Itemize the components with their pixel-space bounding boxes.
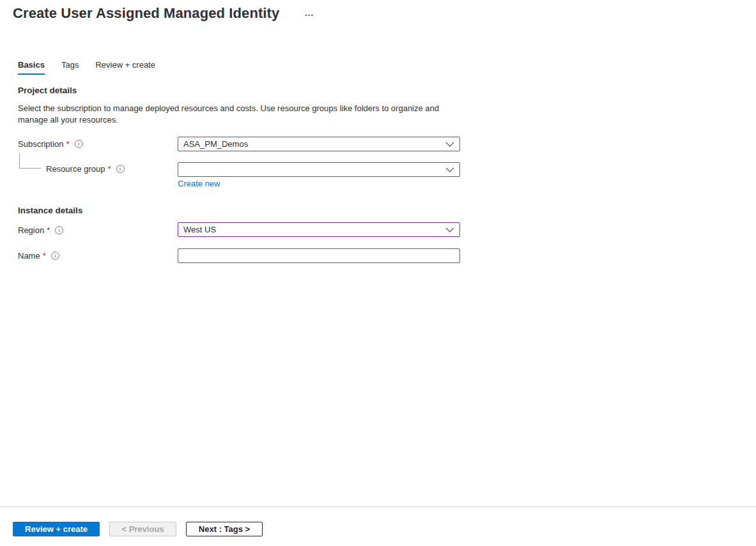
- indent-connector-horizontal: [19, 168, 41, 169]
- review-create-button[interactable]: Review + create: [13, 522, 100, 536]
- tab-basics[interactable]: Basics: [18, 60, 45, 75]
- resource-group-label: Resource group * i: [46, 164, 125, 174]
- next-tags-button[interactable]: Next : Tags >: [186, 522, 263, 536]
- project-details-heading: Project details: [18, 86, 77, 95]
- footer-divider: [0, 506, 756, 507]
- name-input[interactable]: [178, 248, 460, 263]
- region-value: West US: [183, 225, 216, 234]
- chevron-down-icon: [445, 167, 454, 172]
- chevron-down-icon: [445, 142, 454, 147]
- region-label: Region * i: [18, 225, 63, 235]
- indent-connector-vertical: [19, 153, 20, 169]
- previous-button[interactable]: < Previous: [109, 522, 176, 536]
- page-title: Create User Assigned Managed Identity: [13, 5, 279, 22]
- tab-bar: Basics Tags Review + create: [18, 60, 155, 75]
- required-asterisk: *: [108, 164, 111, 174]
- required-asterisk: *: [43, 251, 46, 261]
- info-icon[interactable]: i: [75, 140, 83, 148]
- subscription-dropdown[interactable]: ASA_PM_Demos: [178, 137, 460, 151]
- info-icon[interactable]: i: [116, 165, 125, 173]
- name-label: Name * i: [18, 251, 59, 261]
- required-asterisk: *: [66, 139, 70, 149]
- resource-group-dropdown[interactable]: [178, 162, 460, 177]
- project-details-description: Select the subscription to manage deploy…: [18, 103, 443, 125]
- tab-tags[interactable]: Tags: [61, 60, 79, 75]
- chevron-down-icon: [445, 227, 454, 232]
- region-dropdown[interactable]: West US: [178, 222, 460, 237]
- create-new-link[interactable]: Create new: [178, 179, 220, 188]
- more-options-icon[interactable]: …: [304, 7, 314, 18]
- required-asterisk: *: [47, 225, 50, 235]
- info-icon[interactable]: i: [51, 252, 59, 260]
- subscription-value: ASA_PM_Demos: [183, 139, 248, 149]
- tab-review-create[interactable]: Review + create: [95, 60, 155, 75]
- info-icon[interactable]: i: [55, 226, 63, 234]
- subscription-label: Subscription * i: [18, 139, 83, 149]
- create-uami-page: Create User Assigned Managed Identity … …: [0, 0, 756, 546]
- instance-details-heading: Instance details: [18, 206, 82, 215]
